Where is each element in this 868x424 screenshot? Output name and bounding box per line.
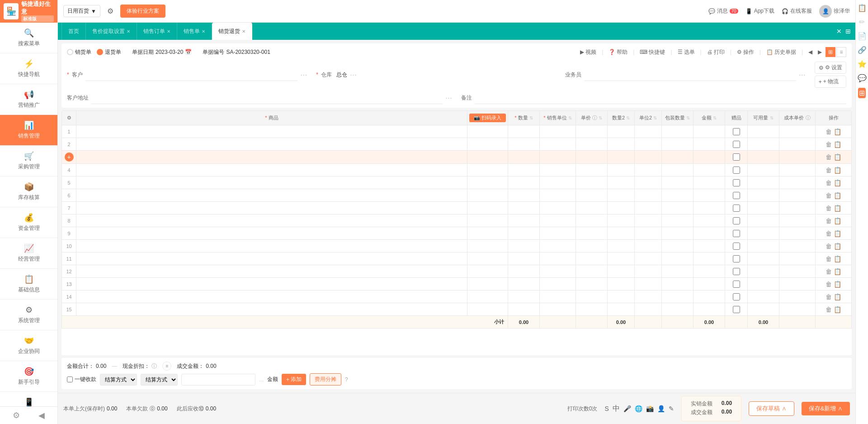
gift-checkbox[interactable] [733, 205, 740, 212]
address-dots[interactable]: ··· [445, 94, 452, 102]
date-value[interactable]: 2023-03-20 [156, 49, 183, 55]
copy-row-icon[interactable]: 📋 [834, 192, 841, 199]
radio-return-single[interactable]: 退货单 [97, 48, 121, 56]
copy-row-icon[interactable]: 📋 [834, 281, 841, 288]
right-tool-5[interactable]: ⭐ [858, 60, 867, 68]
delete-row-icon[interactable]: 🗑 [826, 306, 832, 313]
row-product-cell[interactable] [76, 125, 467, 138]
copy-row-icon[interactable]: 📋 [834, 230, 841, 237]
delete-row-icon[interactable]: 🗑 [826, 255, 832, 262]
gift-checkbox[interactable] [733, 192, 740, 199]
copy-row-icon[interactable]: 📋 [834, 205, 841, 212]
warehouse-dots[interactable]: ··· [350, 71, 357, 79]
delete-row-icon[interactable]: 🗑 [826, 281, 832, 288]
copy-row-icon[interactable]: 📋 [834, 243, 841, 250]
row-unit2-cell[interactable] [635, 151, 662, 164]
delete-row-icon[interactable]: 🗑 [826, 141, 832, 148]
copy-row-icon[interactable]: 📋 [834, 153, 841, 161]
copy-row-icon[interactable]: 📋 [834, 167, 841, 174]
right-tool-6[interactable]: 💬 [858, 74, 867, 82]
sidebar-item-shortcut[interactable]: ⚡ 快捷导航 [0, 53, 57, 84]
delete-row-icon[interactable]: 🗑 [826, 268, 832, 275]
row-qty-cell[interactable] [508, 125, 540, 138]
row-qty2-cell[interactable] [608, 138, 635, 151]
salesperson-dots[interactable]: ··· [799, 71, 806, 79]
row-price-cell[interactable] [576, 138, 608, 151]
tab-close-all-icon[interactable]: ✕ [835, 27, 843, 36]
customer-dots[interactable]: ··· [300, 71, 307, 79]
bottom-icon-1[interactable]: S [604, 405, 609, 412]
delete-row-icon[interactable]: 🗑 [826, 167, 832, 174]
row-qty-cell[interactable] [508, 151, 540, 164]
salesperson-input[interactable] [584, 68, 796, 81]
tab-delivery-close-icon[interactable]: ✕ [202, 29, 205, 34]
tab-return-close-icon[interactable]: ✕ [242, 29, 245, 34]
row-unit2-cell[interactable] [635, 125, 662, 138]
sidebar-item-marketing[interactable]: 📢 营销推广 [0, 84, 57, 115]
gift-checkbox[interactable] [733, 141, 740, 148]
remark-input[interactable] [475, 91, 846, 104]
row-qty-cell[interactable] [508, 138, 540, 151]
logistics-button[interactable]: + + 物流 [815, 76, 846, 88]
scan-input-btn[interactable]: 📷 扫码录入 [469, 114, 506, 122]
gift-checkbox[interactable] [733, 217, 740, 224]
nav-next-icon[interactable]: ▶ [818, 49, 822, 55]
one-click-checkbox-input[interactable] [67, 376, 73, 382]
row-price-cell[interactable] [576, 151, 608, 164]
sidebar-item-guide[interactable]: 🎯 新手引导 [0, 361, 57, 392]
copy-row-icon[interactable]: 📋 [834, 268, 841, 275]
sidebar-collapse-icon[interactable]: ◀ [38, 410, 45, 420]
copy-row-icon[interactable]: 📋 [834, 217, 841, 224]
toolbar-video[interactable]: ▶ 视频 [580, 48, 596, 56]
tab-price-setting[interactable]: 售价提取设置 ✕ [86, 23, 137, 40]
gift-checkbox[interactable] [733, 255, 740, 262]
app-download-button[interactable]: 📱 App下载 [745, 7, 774, 15]
gift-checkbox[interactable] [733, 293, 740, 300]
sidebar-item-inventory[interactable]: 📦 库存核算 [0, 176, 57, 207]
toolbar-operate[interactable]: ⚙ 操作 [737, 48, 754, 56]
gift-checkbox[interactable] [733, 128, 740, 135]
address-input[interactable] [91, 91, 443, 104]
row-product-cell[interactable] [76, 138, 467, 151]
row-price-cell[interactable] [576, 125, 608, 138]
tab-price-close-icon[interactable]: ✕ [127, 29, 130, 34]
user-profile-button[interactable]: 👤 徐泽华 [819, 5, 850, 18]
row-amount-cell[interactable] [693, 125, 725, 138]
delete-row-icon[interactable]: 🗑 [826, 179, 832, 186]
messages-button[interactable]: 💬 消息 70 [708, 7, 738, 15]
copy-row-icon[interactable]: 📋 [834, 141, 841, 148]
bottom-icon-5[interactable]: 📸 [646, 405, 654, 412]
topbar-gear-button[interactable]: ⚙ [104, 5, 117, 18]
row-amount-cell[interactable] [693, 151, 725, 164]
delete-row-icon[interactable]: 🗑 [826, 205, 832, 212]
table-scroll-area[interactable]: ⚙ * 商品 📷 扫码录入 [61, 110, 852, 355]
gift-checkbox[interactable] [733, 179, 740, 186]
row-product-cell[interactable] [76, 151, 467, 164]
table-gear-icon[interactable]: ⚙ [67, 115, 71, 120]
settings-gear-icon[interactable]: ⚙ [13, 410, 20, 420]
sidebar-item-apps[interactable]: 📱 应用中心 [0, 392, 57, 406]
copy-row-icon[interactable]: 📋 [834, 179, 841, 186]
account-input[interactable] [181, 374, 255, 386]
delete-row-icon[interactable]: 🗑 [826, 243, 832, 250]
tab-sales-return[interactable]: 销货退货 ✕ [212, 23, 252, 40]
add-row-button[interactable]: + [65, 152, 74, 162]
row-unit2-cell[interactable] [635, 138, 662, 151]
row-unit-cell[interactable] [540, 125, 576, 138]
row-qty2-cell[interactable] [608, 125, 635, 138]
industry-dropdown[interactable]: 日用百货 ▼ [63, 5, 100, 17]
equals-icon[interactable]: = [162, 362, 171, 371]
row-available-cell[interactable] [748, 125, 779, 138]
delete-row-icon[interactable]: 🗑 [826, 230, 832, 237]
calendar-icon[interactable]: 📅 [185, 49, 192, 55]
sidebar-item-sales[interactable]: 📊 销售管理 [0, 115, 57, 146]
delete-row-icon[interactable]: 🗑 [826, 217, 832, 224]
right-tool-2[interactable]: ✏ [859, 18, 865, 26]
fees-split-button[interactable]: 费用分摊 [310, 373, 341, 386]
row-qty2-cell[interactable] [608, 151, 635, 164]
toolbar-history[interactable]: 📋 历史单据 [766, 48, 796, 56]
settlement-method-dropdown[interactable]: 结算方式 [141, 374, 178, 386]
right-tool-4[interactable]: 🔗 [858, 46, 867, 54]
tab-sales-order-close-icon[interactable]: ✕ [167, 29, 170, 34]
bottom-icon-6[interactable]: 👤 [657, 405, 665, 412]
